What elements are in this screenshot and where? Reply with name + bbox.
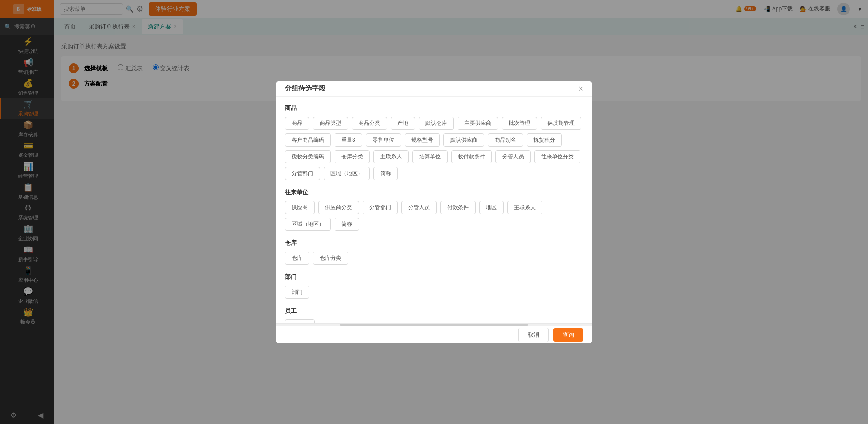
- field-tag-简称[interactable]: 简称: [373, 167, 398, 180]
- section-warehouse-title: 仓库: [285, 239, 583, 247]
- field-tag-零售单位[interactable]: 零售单位: [366, 133, 401, 147]
- section-partner: 往来单位 供应商供应商分类分管部门分管人员付款条件地区主联系人区域（地区）简称: [285, 188, 583, 231]
- employee-fields: 业务员: [285, 319, 583, 324]
- modal-body: 商品 商品商品类型商品分类产地默认仓库主要供应商批次管理保质期管理客户商品编码重…: [276, 97, 592, 324]
- field-tag-往来单位分类[interactable]: 往来单位分类: [534, 150, 580, 163]
- modal-footer: 取消 查询: [276, 326, 592, 343]
- section-warehouse: 仓库 仓库仓库分类: [285, 239, 583, 265]
- modal-title: 分组待选字段: [285, 84, 326, 93]
- field-tag-分管人员[interactable]: 分管人员: [495, 150, 531, 163]
- field-tag-重量3[interactable]: 重量3: [335, 133, 362, 147]
- field-tag-仓库分类[interactable]: 仓库分类: [313, 252, 348, 265]
- field-tag-分管部门[interactable]: 分管部门: [285, 167, 320, 180]
- field-tag-商品[interactable]: 商品: [285, 117, 309, 130]
- section-goods: 商品 商品商品类型商品分类产地默认仓库主要供应商批次管理保质期管理客户商品编码重…: [285, 104, 583, 180]
- field-tag-仓库[interactable]: 仓库: [285, 252, 309, 265]
- warehouse-fields: 仓库仓库分类: [285, 252, 583, 265]
- confirm-btn[interactable]: 查询: [553, 328, 583, 342]
- field-tag-分管部门[interactable]: 分管部门: [363, 201, 398, 214]
- modal-close-btn[interactable]: ×: [578, 85, 583, 93]
- field-tag-默认仓库[interactable]: 默认仓库: [419, 117, 454, 130]
- field-select-modal: 分组待选字段 × 商品 商品商品类型商品分类产地默认仓库主要供应商批次管理保质期…: [276, 81, 592, 343]
- field-tag-区域（地区）[interactable]: 区域（地区）: [285, 218, 331, 231]
- goods-fields: 商品商品类型商品分类产地默认仓库主要供应商批次管理保质期管理客户商品编码重量3零…: [285, 117, 583, 180]
- field-tag-仓库分类[interactable]: 仓库分类: [335, 150, 370, 163]
- field-tag-保质期管理[interactable]: 保质期管理: [541, 117, 581, 130]
- modal-header: 分组待选字段 ×: [276, 81, 592, 97]
- section-employee-title: 员工: [285, 307, 583, 315]
- field-tag-规格型号[interactable]: 规格型号: [405, 133, 440, 147]
- section-department: 部门 部门: [285, 273, 583, 299]
- field-tag-地区[interactable]: 地区: [479, 201, 504, 214]
- modal-overlay[interactable]: 分组待选字段 × 商品 商品商品类型商品分类产地默认仓库主要供应商批次管理保质期…: [0, 0, 868, 424]
- field-tag-拣货积分[interactable]: 拣货积分: [527, 133, 562, 147]
- field-tag-主联系人[interactable]: 主联系人: [507, 201, 542, 214]
- hscrollbar-thumb: [340, 324, 528, 326]
- field-tag-分管人员[interactable]: 分管人员: [401, 201, 437, 214]
- section-department-title: 部门: [285, 273, 583, 281]
- field-tag-客户商品编码[interactable]: 客户商品编码: [285, 133, 331, 147]
- field-tag-区域（地区）[interactable]: 区域（地区）: [324, 167, 370, 180]
- field-tag-税收分类编码[interactable]: 税收分类编码: [285, 150, 331, 163]
- section-partner-title: 往来单位: [285, 188, 583, 196]
- partner-fields: 供应商供应商分类分管部门分管人员付款条件地区主联系人区域（地区）简称: [285, 201, 583, 231]
- field-tag-批次管理[interactable]: 批次管理: [502, 117, 537, 130]
- field-tag-收付款条件[interactable]: 收付款条件: [451, 150, 492, 163]
- field-tag-结算单位[interactable]: 结算单位: [412, 150, 448, 163]
- field-tag-商品分类[interactable]: 商品分类: [352, 117, 387, 130]
- field-tag-产地[interactable]: 产地: [391, 117, 415, 130]
- department-fields: 部门: [285, 286, 583, 299]
- field-tag-主要供应商[interactable]: 主要供应商: [458, 117, 498, 130]
- section-goods-title: 商品: [285, 104, 583, 112]
- field-tag-供应商[interactable]: 供应商: [285, 201, 315, 214]
- field-tag-部门[interactable]: 部门: [285, 286, 309, 299]
- field-tag-商品类型[interactable]: 商品类型: [313, 117, 348, 130]
- field-tag-简称[interactable]: 简称: [335, 218, 359, 231]
- field-tag-商品别名[interactable]: 商品别名: [488, 133, 523, 147]
- field-tag-付款条件[interactable]: 付款条件: [440, 201, 476, 214]
- section-employee: 员工 业务员: [285, 307, 583, 324]
- field-tag-默认供应商[interactable]: 默认供应商: [443, 133, 484, 147]
- field-tag-业务员[interactable]: 业务员: [285, 319, 315, 324]
- field-tag-主联系人[interactable]: 主联系人: [373, 150, 409, 163]
- cancel-btn[interactable]: 取消: [518, 328, 549, 342]
- field-tag-供应商分类[interactable]: 供应商分类: [318, 201, 359, 214]
